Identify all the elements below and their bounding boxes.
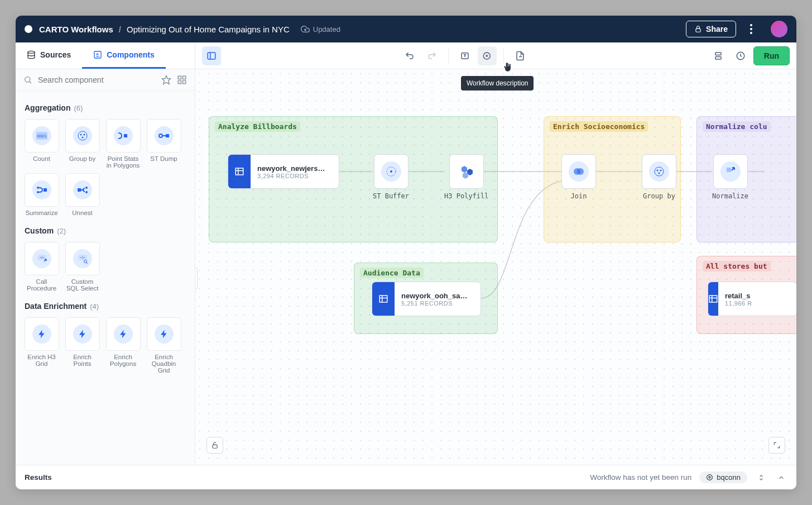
node-join[interactable]: Join: [561, 154, 596, 200]
svg-point-57: [657, 170, 659, 171]
svg-point-55: [577, 168, 584, 175]
svg-point-31: [37, 187, 39, 189]
svg-point-47: [390, 170, 392, 173]
component-summarize[interactable]: Summarize: [23, 173, 60, 216]
node-group-by[interactable]: Group by: [642, 154, 676, 200]
group-label: Audience Data: [360, 268, 424, 278]
component-point-stats[interactable]: Point Stats in Polygons: [105, 119, 141, 169]
svg-point-29: [159, 134, 162, 137]
component-label: Unnest: [72, 209, 92, 216]
svg-point-58: [660, 170, 662, 171]
secondary-toolbar: Sources Components: [16, 42, 796, 69]
component-label: Summarize: [25, 209, 57, 216]
app-name[interactable]: CARTO Workflows: [39, 25, 113, 34]
results-label[interactable]: Results: [25, 473, 52, 482]
workflow-description-button[interactable]: [478, 46, 497, 65]
node-label: Join: [571, 192, 587, 200]
component-enrich-h3[interactable]: Enrich H3 Grid: [23, 317, 60, 374]
workflow-name[interactable]: Optimizing Out of Home Campaigns in NYC: [127, 25, 290, 34]
source-node-ooh[interactable]: newyork_ooh_sa… 5,251 RECORDS: [372, 282, 481, 316]
component-unnest[interactable]: Unnest: [64, 173, 100, 216]
component-label: Enrich Quadbin Grid: [146, 354, 182, 374]
source-node-retail[interactable]: retail_s 11,966 R: [708, 282, 796, 316]
text-icon: [460, 51, 470, 61]
category-header-enrichment: Data Enrichment (4): [25, 302, 187, 311]
lock-open-icon: [211, 441, 219, 449]
cloud-icon: [301, 25, 310, 34]
node-h3-polyfill[interactable]: H3 Polyfill: [444, 154, 488, 200]
user-avatar[interactable]: [771, 21, 787, 37]
grid-view-icon[interactable]: [177, 75, 187, 85]
component-group-by[interactable]: Group by: [64, 119, 100, 169]
group-label: Enrich Socioeconomics: [550, 121, 648, 132]
component-label: Call Procedure: [23, 278, 60, 292]
svg-rect-6: [208, 53, 215, 59]
svg-rect-43: [236, 168, 243, 175]
svg-point-66: [709, 477, 710, 478]
layers-button[interactable]: [709, 46, 728, 65]
share-button-label: Share: [706, 25, 728, 34]
chevron-up-icon: [777, 474, 785, 482]
svg-rect-18: [178, 76, 181, 79]
connection-chip[interactable]: bqconn: [699, 471, 747, 483]
component-search-input[interactable]: [38, 75, 156, 84]
more-menu-button[interactable]: [743, 21, 760, 37]
node-label: Group by: [643, 192, 675, 200]
table-icon: [372, 282, 395, 316]
source-records: 3,294 RECORDS: [257, 173, 325, 179]
sidebar-resize-handle[interactable]: [195, 267, 198, 289]
table-icon: [228, 154, 251, 189]
star-icon[interactable]: [161, 75, 171, 85]
file-export-icon: [515, 51, 525, 61]
svg-point-15: [25, 77, 30, 82]
redo-button[interactable]: [422, 46, 441, 65]
bolt-icon: [37, 329, 47, 339]
share-button[interactable]: Share: [686, 21, 736, 37]
svg-line-16: [30, 82, 31, 83]
collapse-panel-button[interactable]: [775, 471, 787, 484]
info-plus-icon: [482, 51, 492, 61]
svg-point-59: [659, 173, 660, 174]
component-label: ST Dump: [150, 155, 177, 162]
node-st-buffer[interactable]: ST Buffer: [373, 154, 409, 200]
svg-rect-30: [166, 134, 169, 137]
panel-toggle-button[interactable]: [202, 46, 221, 65]
canvas[interactable]: Analyze Billboards newyork_newjers… 3,29…: [195, 69, 796, 465]
component-call-procedure[interactable]: </>Call Procedure: [23, 242, 60, 292]
category-header-aggregation: Aggregation (6): [25, 103, 187, 112]
component-st-dump[interactable]: ST Dump: [146, 119, 182, 169]
component-label: Enrich H3 Grid: [23, 354, 60, 367]
expand-icon: [773, 441, 781, 449]
tab-sources[interactable]: Sources: [16, 42, 82, 69]
fullscreen-button[interactable]: [768, 437, 785, 454]
history-button[interactable]: [731, 46, 750, 65]
window-control-dot[interactable]: [25, 25, 32, 33]
undo-button[interactable]: [400, 46, 419, 65]
component-enrich-quadbin[interactable]: Enrich Quadbin Grid: [146, 317, 182, 374]
svg-rect-51: [379, 296, 387, 302]
groupby-icon: [654, 166, 665, 177]
merge-icon: [117, 131, 129, 140]
components-icon: [93, 50, 102, 59]
resize-panel-button[interactable]: [755, 471, 767, 484]
hexagon-cluster-icon: [459, 164, 474, 179]
svg-point-1: [750, 24, 752, 26]
tab-components[interactable]: Components: [82, 42, 166, 69]
bolt-icon: [118, 329, 128, 339]
canvas-toolbar: Run: [195, 42, 796, 69]
component-list[interactable]: Aggregation (6) 0001Count Group by Point…: [16, 91, 195, 465]
svg-text:</>: </>: [39, 256, 44, 259]
component-enrich-polygons[interactable]: Enrich Polygons: [105, 317, 141, 374]
lock-canvas-button[interactable]: [206, 437, 223, 454]
svg-rect-13: [715, 56, 722, 59]
component-count[interactable]: 0001Count: [23, 119, 60, 169]
svg-rect-12: [715, 53, 722, 55]
run-button[interactable]: Run: [753, 46, 790, 65]
node-normalize[interactable]: Normalize: [712, 154, 748, 200]
rename-button[interactable]: [455, 46, 474, 65]
svg-point-65: [707, 475, 713, 480]
component-label: Group by: [69, 155, 95, 162]
source-node-newyork-newjersey[interactable]: newyork_newjers… 3,294 RECORDS: [228, 154, 339, 189]
component-custom-sql[interactable]: </>Custom SQL Select: [64, 242, 100, 292]
component-enrich-points[interactable]: Enrich Points: [64, 317, 100, 374]
